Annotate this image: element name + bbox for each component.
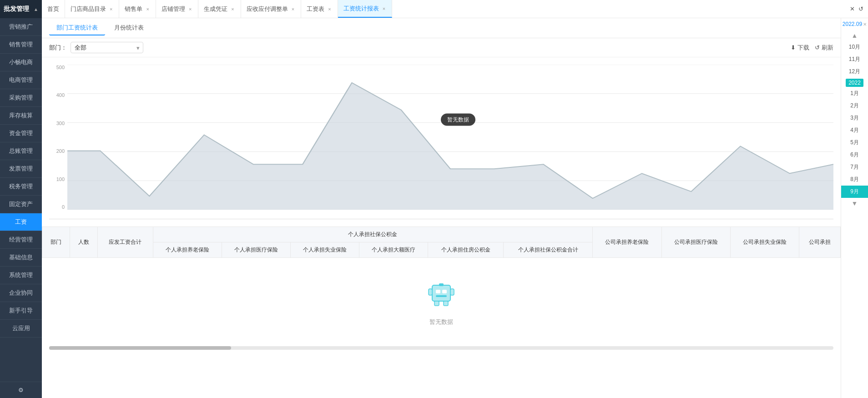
dept-label: 部门：	[49, 44, 67, 52]
tab-close-6[interactable]: ×	[327, 6, 332, 12]
col-dept: 部门	[42, 227, 70, 258]
sidebar-settings-item[interactable]: ⚙	[0, 382, 42, 398]
tab-2[interactable]: 销售单×	[119, 0, 156, 18]
svg-rect-12	[429, 289, 432, 295]
month-item-6月[interactable]: 6月	[841, 149, 868, 161]
svg-rect-14	[434, 301, 439, 306]
sidebar-item-电商管理[interactable]: 电商管理	[0, 71, 42, 89]
col-company-pension: 公司承担养老保险	[593, 227, 661, 258]
month-item-3月[interactable]: 3月	[841, 112, 868, 124]
sidebar-item-采购管理[interactable]: 采购管理	[0, 89, 42, 107]
chart-area: 500 400 300 200 100 0	[42, 57, 841, 227]
tab-6[interactable]: 工资表×	[301, 0, 338, 18]
sidebar-item-企业协同[interactable]: 企业协同	[0, 284, 42, 302]
sidebar-item-发票管理[interactable]: 发票管理	[0, 160, 42, 178]
scrollbar-thumb[interactable]	[49, 346, 231, 350]
toolbar-left: 部门： 全部	[49, 42, 143, 53]
col-personal-major-medical: 个人承担大额医疗	[359, 242, 428, 258]
sub-tab-0[interactable]: 部门工资统计表	[49, 21, 105, 35]
col-personal-housing-fund: 个人承担住房公积金	[428, 242, 504, 258]
month-item-10月[interactable]: 10月	[841, 41, 868, 53]
gear-icon: ⚙	[18, 387, 24, 393]
sidebar-item-小畅电商[interactable]: 小畅电商	[0, 54, 42, 71]
refresh-button[interactable]: ↺ 刷新	[815, 44, 833, 52]
horizontal-scrollbar[interactable]	[49, 346, 833, 350]
download-icon: ⬇	[791, 44, 796, 51]
tab-label-7: 工资统计报表	[343, 5, 379, 13]
sidebar-item-总账管理[interactable]: 总账管理	[0, 142, 42, 160]
tab-close-5[interactable]: ×	[291, 6, 295, 12]
col-group-personal: 个人承担社保公积金	[153, 227, 593, 242]
page-content: 部门工资统计表月份统计表 部门： 全部 ⬇ 下载	[42, 18, 841, 398]
month-item-2月[interactable]: 2月	[841, 100, 868, 112]
tab-5[interactable]: 应收应付调整单×	[241, 0, 301, 18]
chart-svg	[67, 65, 833, 210]
month-item-12月[interactable]: 12月	[841, 65, 868, 78]
table-area[interactable]: 部门 人数 应发工资合计 个人承担社保公积金 公司承担养老保险 公司承担医疗保险…	[42, 227, 841, 398]
sidebar-item-资金管理[interactable]: 资金管理	[0, 125, 42, 142]
y-label-100: 100	[56, 176, 65, 182]
tab-7[interactable]: 工资统计报表×	[338, 0, 392, 18]
sidebar-header[interactable]: 批发管理 ▲	[0, 0, 42, 18]
tab-bar-end: ✕ ↺	[845, 5, 868, 12]
sidebar-item-税务管理[interactable]: 税务管理	[0, 178, 42, 196]
tab-0[interactable]: 首页	[42, 0, 65, 18]
tab-close-3[interactable]: ×	[188, 6, 192, 12]
chart-no-data-tooltip: 暂无数据	[441, 114, 475, 126]
sidebar-item-基础信息[interactable]: 基础信息	[0, 249, 42, 267]
sub-tab-1[interactable]: 月份统计表	[107, 21, 151, 35]
dept-select-wrapper[interactable]: 全部	[71, 42, 143, 53]
sidebar-item-营销推广[interactable]: 营销推广	[0, 18, 42, 36]
toolbar-right: ⬇ 下载 ↺ 刷新	[791, 44, 833, 52]
download-button[interactable]: ⬇ 下载	[791, 44, 809, 52]
year-badge-3[interactable]: 2022	[841, 78, 868, 87]
y-label-400: 400	[56, 92, 65, 98]
tab-close-1[interactable]: ×	[109, 6, 113, 12]
close-all-button[interactable]: ✕	[850, 5, 855, 12]
svg-rect-11	[439, 283, 444, 286]
dept-select[interactable]: 全部	[71, 42, 143, 53]
svg-rect-9	[442, 290, 447, 293]
tab-4[interactable]: 生成凭证×	[198, 0, 241, 18]
sidebar-item-库存核算[interactable]: 库存核算	[0, 107, 42, 125]
sidebar-item-新手引导[interactable]: 新手引导	[0, 302, 42, 320]
month-item-11月[interactable]: 11月	[841, 53, 868, 65]
year-label-text: 2022.09	[843, 21, 862, 27]
sidebar-item-工资[interactable]: 工资	[0, 213, 42, 231]
svg-rect-7	[432, 285, 450, 301]
tab-label-1: 门店商品目录	[71, 5, 106, 13]
sidebar-item-经营管理[interactable]: 经营管理	[0, 231, 42, 249]
month-item-8月[interactable]: 8月	[841, 173, 868, 186]
svg-rect-8	[436, 290, 440, 293]
month-item-5月[interactable]: 5月	[841, 136, 868, 149]
month-item-7月[interactable]: 7月	[841, 161, 868, 173]
empty-text: 暂无数据	[429, 318, 453, 326]
y-label-0: 0	[62, 204, 65, 210]
chart-inner: 暂无数据	[67, 65, 833, 210]
close-year-icon[interactable]: ✕	[863, 22, 867, 27]
tab-close-2[interactable]: ×	[145, 6, 150, 12]
scroll-up-arrow[interactable]: ▲	[850, 30, 860, 41]
sidebar-item-云应用[interactable]: 云应用	[0, 320, 42, 338]
col-personal-unemployment: 个人承担失业保险	[290, 242, 359, 258]
refresh-label: 刷新	[822, 44, 833, 52]
content-area: 部门工资统计表月份统计表 部门： 全部 ⬇ 下载	[42, 18, 868, 398]
sidebar-item-销售管理[interactable]: 销售管理	[0, 36, 42, 54]
tab-close-7[interactable]: ×	[382, 5, 386, 12]
sidebar-item-系统管理[interactable]: 系统管理	[0, 267, 42, 284]
tab-3[interactable]: 店铺管理×	[156, 0, 198, 18]
tab-label-2: 销售单	[125, 5, 142, 13]
download-label: 下载	[797, 44, 809, 52]
scroll-down-arrow[interactable]: ▼	[850, 198, 860, 209]
sidebar-item-固定资产[interactable]: 固定资产	[0, 196, 42, 213]
col-total-salary: 应发工资合计	[98, 227, 153, 258]
month-item-9月[interactable]: 9月	[841, 186, 868, 198]
tab-1[interactable]: 门店商品目录×	[65, 0, 119, 18]
month-item-4月[interactable]: 4月	[841, 124, 868, 136]
refresh-all-button[interactable]: ↺	[858, 5, 863, 12]
svg-marker-6	[67, 83, 833, 210]
year-label[interactable]: 2022.09 ✕	[841, 18, 868, 30]
month-item-1月[interactable]: 1月	[841, 87, 868, 100]
data-table: 部门 人数 应发工资合计 个人承担社保公积金 公司承担养老保险 公司承担医疗保险…	[42, 227, 841, 258]
tab-close-4[interactable]: ×	[230, 6, 235, 12]
